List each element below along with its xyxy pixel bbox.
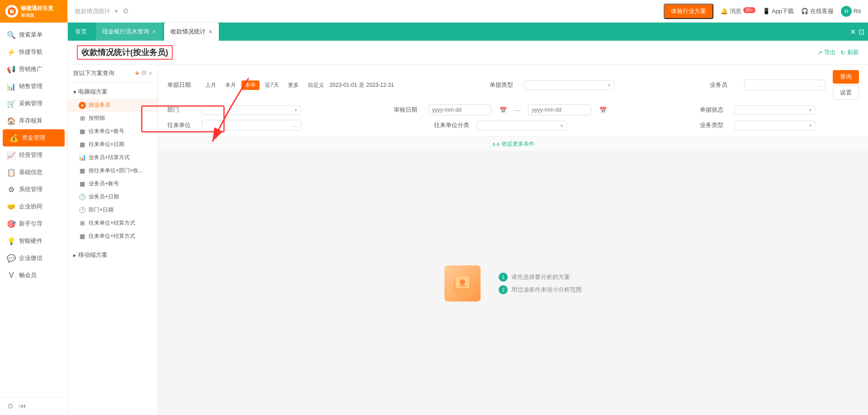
scheme-settings-icon[interactable]: ⚙ [141, 69, 147, 77]
collapse-button[interactable]: ∧∧ 收起更多条件 [492, 140, 534, 148]
date-tab-more[interactable]: 更多 [284, 80, 302, 90]
sidebar-bottom: ⚙ ⏮ [0, 397, 67, 415]
tab-home[interactable]: 首页 [68, 23, 94, 41]
tree-desktop-arrow: ▾ [73, 89, 76, 95]
tree-item-partner-account[interactable]: ▦ 往来单位+账号 [68, 125, 158, 138]
export-label: 导出 [824, 48, 836, 57]
review-date-start-input[interactable] [428, 104, 491, 115]
date-tab-last-month[interactable]: 上月 [202, 80, 220, 90]
doc-type-select[interactable]: ▾ [524, 80, 614, 90]
query-button[interactable]: 查询 [833, 70, 859, 84]
add-scheme-icon[interactable]: + [135, 69, 139, 77]
sidebar-item-sales[interactable]: 📊销售管理 [0, 78, 67, 95]
tree-item-partner-dept-col-label: 按往来单位+部门+收... [89, 167, 143, 174]
sidebar-label-marketing: 营销推广 [19, 65, 42, 73]
sidebar-item-member[interactable]: V畅会员 [0, 267, 67, 284]
tab-maximize-icon[interactable]: ⊡ [859, 28, 864, 36]
collapse-sidebar-icon[interactable]: ⏮ [19, 402, 26, 410]
settings-button[interactable]: 设置 [833, 85, 859, 100]
tab-bank-flow-close[interactable]: ✕ [152, 29, 156, 35]
by-detail-icon: ⊞ [79, 115, 86, 122]
sidebar-item-smart-hw[interactable]: 💡智能硬件 [0, 232, 67, 250]
export-icon: ↗ [817, 49, 822, 56]
main-content: 收款情况统计 ▾ ⚙ 体验行业方案 🔔 消息 99+ 📱 App下载 🎧 在线客… [68, 0, 868, 415]
sidebar-label-system: 系统管理 [19, 185, 42, 193]
trial-button[interactable]: 体验行业方案 [664, 4, 713, 19]
sidebar-label-member: 畅会员 [19, 271, 37, 279]
search-icon: 🔍 [7, 31, 15, 39]
tree-item-partner-dept-col[interactable]: ▦ 按往来单位+部门+收... [68, 164, 158, 177]
filter-area: 单据日期 上月 本月 本年 近7天 更多 自定义 2023-01-01 至 20… [158, 65, 868, 137]
sidebar-item-marketing[interactable]: 📢营销推广 [0, 61, 67, 78]
active-dot-icon: ● [79, 102, 86, 109]
tree-item-dept-date[interactable]: 🕐 部门+日期 [68, 203, 158, 217]
sidebar-item-wechat[interactable]: 💬企业微信 [0, 250, 67, 267]
tree-item-partner-date[interactable]: ▦ 往来单位+日期 [68, 138, 158, 151]
date-tab-custom[interactable]: 自定义 [304, 80, 328, 90]
app-logo: 畅 畅捷通好生意 标准版 [0, 0, 67, 23]
date-tab-last-7days[interactable]: 近7天 [261, 80, 283, 90]
online-service-btn[interactable]: 🎧 在线客服 [801, 7, 834, 15]
tree-item-staff-account[interactable]: ▦ 业务员+账号 [68, 177, 158, 190]
header-settings-icon[interactable]: ⚙ [123, 7, 129, 15]
tree-mobile-toggle[interactable]: ▸ 移动端方案 [68, 248, 158, 262]
date-tab-this-month[interactable]: 本月 [222, 80, 240, 90]
tree-item-partner-settlement2[interactable]: ▦ 往来单位+结算方式 [68, 230, 158, 243]
staff-select[interactable]: ... [744, 80, 826, 90]
partner-more-icon[interactable]: ... [292, 122, 297, 128]
tab-collection-stat-label: 收款情况统计 [170, 28, 206, 36]
partner-category-select[interactable]: ▾ [476, 121, 567, 130]
dropdown-icon[interactable]: ▾ [115, 8, 118, 14]
review-date-sep: — [515, 107, 521, 113]
tree-item-staff-date[interactable]: 🕐 业务员+日期 [68, 190, 158, 203]
sidebar-item-guide[interactable]: 🎯新手引导 [0, 215, 67, 232]
export-btn[interactable]: ↗ 导出 [817, 48, 836, 57]
date-tab-this-year[interactable]: 本年 [241, 80, 259, 90]
tree-item-by-staff[interactable]: ● 按业务员 [68, 99, 158, 112]
sidebar-item-purchase[interactable]: 🛒采购管理 [0, 95, 67, 112]
svg-rect-5 [459, 285, 466, 287]
tree-desktop-toggle[interactable]: ▾ 电脑端方案 [68, 85, 158, 99]
sidebar-item-finance[interactable]: 💰资金管理 [3, 129, 65, 146]
staff-more-icon[interactable]: ... [817, 82, 821, 88]
sidebar-item-inventory[interactable]: 🏠库存核算 [0, 112, 67, 129]
tab-collection-stat[interactable]: 收款情况统计 ✕ [164, 23, 219, 41]
review-date-end-input[interactable] [528, 104, 591, 115]
filter-row-1: 单据日期 上月 本月 本年 近7天 更多 自定义 2023-01-01 至 20… [167, 70, 859, 100]
dept-select[interactable]: ▾ [202, 105, 301, 115]
doc-type-label: 单据类型 [490, 81, 517, 89]
settings-bottom-icon[interactable]: ⚙ [7, 402, 14, 410]
tree-item-partner-settlement1[interactable]: ⊞ 往来单位+结算方式 [68, 217, 158, 230]
sidebar-item-system[interactable]: ⚙系统管理 [0, 181, 67, 198]
notification-btn[interactable]: 🔔 消息 99+ [721, 7, 755, 15]
collapse-label: 收起更多条件 [502, 140, 534, 148]
refresh-icon: ↻ [840, 49, 845, 56]
step-num-2: 2 [499, 285, 508, 294]
empty-step-2: 2 用过滤条件来缩小分析范围 [499, 285, 582, 294]
sidebar-item-basic[interactable]: 📋基础信息 [0, 164, 67, 181]
biz-type-select[interactable]: ▾ [734, 121, 816, 130]
page-title: 收款情况统计(按业务员) [77, 45, 173, 60]
sidebar-item-quick-nav[interactable]: ⚡快捷导航 [0, 43, 67, 61]
sidebar-item-search[interactable]: 🔍搜索菜单 [0, 26, 67, 43]
tab-bank-flow[interactable]: 现金银行流水查询 ✕ [96, 23, 162, 41]
tab-collection-stat-close[interactable]: ✕ [208, 29, 212, 35]
page-header: 收款情况统计(按业务员) ↗ 导出 ↻ 刷新 [68, 41, 868, 65]
tree-item-staff-settlement[interactable]: 📊 业务员+结算方式 [68, 151, 158, 164]
partner-select[interactable]: ... [202, 120, 301, 131]
refresh-btn[interactable]: ↻ 刷新 [840, 48, 859, 57]
doc-status-select[interactable]: ▾ [734, 105, 816, 115]
tree-item-by-detail[interactable]: ⊞ 按明细 [68, 112, 158, 125]
enterprise-icon: 🤝 [7, 203, 15, 211]
sidebar-item-operation[interactable]: 📈经营管理 [0, 146, 67, 164]
basic-icon: 📋 [7, 168, 15, 176]
tree-section-desktop: ▾ 电脑端方案 ● 按业务员 ⊞ 按明细 ▦ 往来单位+账号 ▦ [68, 82, 158, 245]
tree-item-dept-date-label: 部门+日期 [89, 206, 113, 214]
sidebar-item-enterprise[interactable]: 🤝企业协同 [0, 198, 67, 215]
tab-close-all-icon[interactable]: ✕ [850, 28, 856, 36]
user-btn[interactable]: R Rit [841, 6, 861, 17]
tab-bank-flow-label: 现金银行流水查询 [102, 28, 149, 36]
collapse-panel-icon[interactable]: « [149, 69, 152, 77]
date-range: 2023-01-01 至 2023-12-31 [330, 81, 394, 89]
app-download-btn[interactable]: 📱 App下载 [763, 7, 794, 15]
